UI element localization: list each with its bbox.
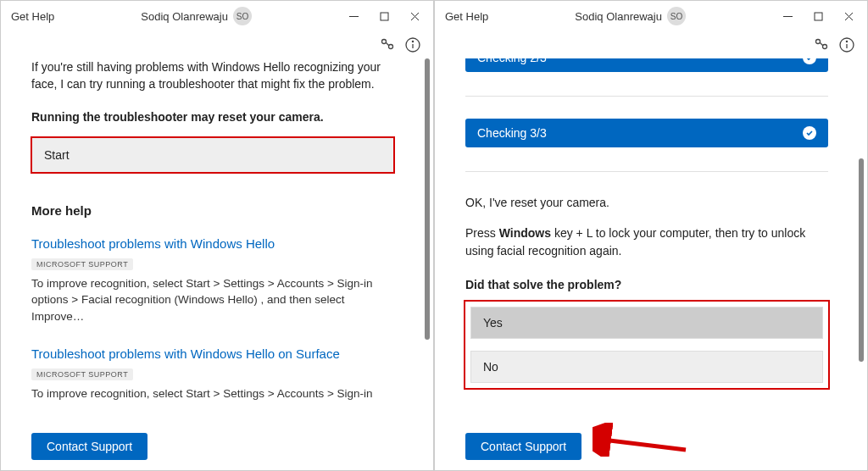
- help-link-2-desc: To improve recognition, select Start > S…: [31, 385, 394, 402]
- user-area[interactable]: Sodiq Olanrewaju SO: [141, 7, 252, 25]
- svg-line-21: [603, 440, 686, 450]
- checking-row-2: Checking 2/3: [465, 58, 828, 72]
- svg-line-16: [820, 42, 823, 46]
- more-help-heading: More help: [31, 203, 394, 218]
- help-link-2-badge: MICROSOFT SUPPORT: [31, 368, 133, 380]
- check-label: Checking 2/3: [477, 58, 547, 64]
- checking-row-3: Checking 3/3: [465, 119, 828, 147]
- content-body: If you're still having problems with Win…: [1, 58, 425, 424]
- check-complete-icon: [803, 126, 816, 140]
- scroll-thumb[interactable]: [425, 58, 430, 340]
- instruction-text: Press Windows key + L to lock your compu…: [465, 224, 828, 259]
- start-button[interactable]: Start: [31, 137, 394, 173]
- help-link-1-badge: MICROSOFT SUPPORT: [31, 258, 133, 270]
- gethelp-window-left: Get Help Sodiq Olanrewaju SO If you're s…: [0, 0, 434, 471]
- user-name: Sodiq Olanrewaju: [575, 10, 662, 23]
- svg-line-6: [386, 42, 389, 46]
- titlebar: Get Help Sodiq Olanrewaju SO: [435, 1, 867, 31]
- footer: Contact Support: [1, 424, 433, 470]
- scrollbar[interactable]: [425, 58, 430, 424]
- solve-question: Did that solve the problem?: [465, 278, 828, 291]
- content-body: Checking 2/3 Checking 3/3 OK, I've reset…: [435, 58, 859, 424]
- minimize-button[interactable]: [338, 3, 369, 30]
- svg-point-19: [846, 41, 847, 42]
- user-avatar: SO: [667, 7, 686, 25]
- svg-point-14: [816, 40, 821, 44]
- help-link-1-desc: To improve recognition, select Start > S…: [31, 275, 394, 325]
- close-button[interactable]: [399, 3, 430, 30]
- close-button[interactable]: [833, 3, 864, 30]
- user-avatar: SO: [233, 7, 252, 25]
- app-title: Get Help: [11, 10, 54, 23]
- check-complete-icon: [803, 58, 816, 64]
- divider: [465, 96, 828, 97]
- maximize-button[interactable]: [369, 3, 399, 30]
- divider: [465, 171, 828, 172]
- contact-support-button[interactable]: Contact Support: [465, 433, 581, 460]
- svg-point-9: [412, 41, 413, 42]
- reset-message: OK, I've reset your camera.: [465, 194, 828, 211]
- toolbar: [1, 31, 433, 58]
- no-button[interactable]: No: [470, 351, 823, 383]
- help-link-1[interactable]: Troubleshoot problems with Windows Hello: [31, 236, 394, 251]
- titlebar: Get Help Sodiq Olanrewaju SO: [1, 1, 433, 31]
- scroll-thumb[interactable]: [859, 158, 864, 362]
- svg-rect-11: [815, 13, 822, 20]
- share-icon[interactable]: [813, 36, 830, 53]
- svg-point-15: [823, 45, 827, 49]
- maximize-button[interactable]: [803, 3, 833, 30]
- contact-support-button[interactable]: Contact Support: [31, 433, 147, 460]
- info-icon[interactable]: [838, 36, 855, 53]
- svg-point-4: [382, 40, 387, 44]
- yes-no-group: Yes No: [465, 302, 828, 388]
- svg-rect-1: [381, 13, 388, 20]
- arrow-annotation: [593, 423, 694, 457]
- check-label: Checking 3/3: [477, 126, 547, 140]
- toolbar: [435, 31, 867, 58]
- intro-text: If you're still having problems with Win…: [31, 58, 394, 93]
- footer: Contact Support: [435, 424, 867, 470]
- user-area[interactable]: Sodiq Olanrewaju SO: [575, 7, 686, 25]
- user-name: Sodiq Olanrewaju: [141, 10, 228, 23]
- share-icon[interactable]: [379, 36, 396, 53]
- svg-point-5: [389, 45, 393, 49]
- info-icon[interactable]: [404, 36, 421, 53]
- minimize-button[interactable]: [772, 3, 803, 30]
- yes-button[interactable]: Yes: [470, 307, 823, 339]
- gethelp-window-right: Get Help Sodiq Olanrewaju SO Checking 2/…: [434, 0, 868, 471]
- app-title: Get Help: [445, 10, 488, 23]
- warning-text: Running the troubleshooter may reset you…: [31, 110, 394, 124]
- help-link-2[interactable]: Troubleshoot problems with Windows Hello…: [31, 346, 394, 361]
- scrollbar[interactable]: [859, 58, 864, 424]
